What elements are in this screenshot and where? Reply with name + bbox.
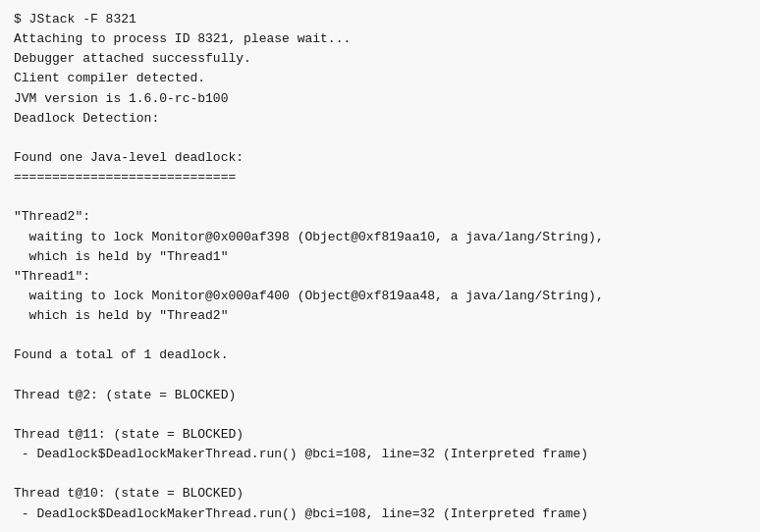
terminal-output: $ JStack -F 8321 Attaching to process ID… bbox=[14, 10, 746, 524]
